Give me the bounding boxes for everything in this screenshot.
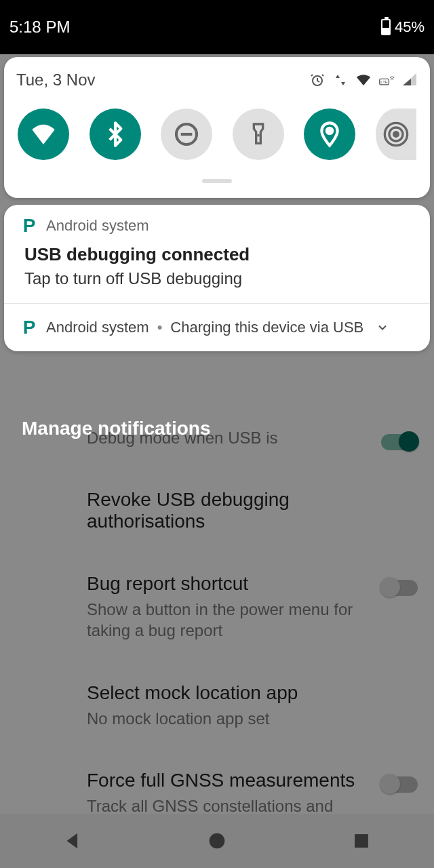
notification-charging[interactable]: P Android system • Charging this device … xyxy=(4,304,430,351)
qs-hotspot-toggle[interactable] xyxy=(376,108,416,160)
notification-title: USB debugging connected xyxy=(24,244,410,265)
android-p-icon: P xyxy=(20,319,38,336)
svg-point-8 xyxy=(327,128,332,134)
bluetooth-icon xyxy=(102,121,129,148)
location-icon xyxy=(316,121,343,148)
nav-back-button[interactable] xyxy=(58,826,87,856)
manage-notifications-link[interactable]: Manage notifications xyxy=(22,418,210,439)
square-recents-icon xyxy=(350,829,373,852)
qs-location-toggle[interactable] xyxy=(304,108,355,160)
quick-settings-panel: Tue, 3 Nov LTE xyxy=(4,57,430,198)
flashlight-icon xyxy=(245,121,272,148)
notification-usb-debugging[interactable]: P Android system USB debugging connected… xyxy=(4,205,430,303)
qs-date: Tue, 3 Nov xyxy=(16,71,96,90)
status-bar: 5:18 PM 45% xyxy=(0,0,434,54)
dnd-icon xyxy=(173,121,200,148)
notification-card: P Android system USB debugging connected… xyxy=(4,205,430,351)
signal-icon xyxy=(401,72,418,88)
qs-header: Tue, 3 Nov LTE xyxy=(16,71,418,90)
notification-shade: Tue, 3 Nov LTE xyxy=(4,57,430,351)
battery-percent: 45% xyxy=(395,18,425,36)
notification-app-name: Android system xyxy=(46,319,149,336)
svg-text:LTE: LTE xyxy=(380,80,388,84)
qs-toggle-row xyxy=(16,108,418,160)
qs-bluetooth-toggle[interactable] xyxy=(90,108,141,160)
status-time: 5:18 PM xyxy=(9,18,70,37)
alarm-icon xyxy=(309,72,326,88)
data-arrows-icon xyxy=(332,72,349,88)
triangle-back-icon xyxy=(61,829,84,852)
notification-summary: Charging this device via USB xyxy=(170,319,363,336)
qs-status-icons: LTE xyxy=(309,72,418,88)
hotspot-icon xyxy=(382,121,410,148)
status-right: 45% xyxy=(381,18,425,36)
nav-home-button[interactable] xyxy=(202,826,232,856)
android-p-icon: P xyxy=(20,217,38,235)
circle-home-icon xyxy=(205,829,229,852)
qs-dnd-toggle[interactable] xyxy=(161,108,212,160)
qs-expand-handle[interactable] xyxy=(202,179,232,183)
battery-icon xyxy=(381,19,391,35)
svg-point-0 xyxy=(210,833,225,849)
wifi-icon xyxy=(30,121,57,148)
svg-rect-1 xyxy=(355,834,368,848)
volte-icon: LTE xyxy=(378,72,395,88)
qs-flashlight-toggle[interactable] xyxy=(233,108,284,160)
notification-app-name: Android system xyxy=(46,217,149,235)
navigation-bar xyxy=(0,814,434,868)
separator-dot: • xyxy=(157,319,163,336)
wifi-icon xyxy=(355,72,372,88)
qs-wifi-toggle[interactable] xyxy=(18,108,69,160)
svg-point-9 xyxy=(394,132,399,137)
notification-header: P Android system xyxy=(4,205,430,240)
chevron-down-icon xyxy=(376,321,389,334)
notification-subtitle: Tap to turn off USB debugging xyxy=(24,269,410,288)
nav-recents-button[interactable] xyxy=(347,826,376,856)
